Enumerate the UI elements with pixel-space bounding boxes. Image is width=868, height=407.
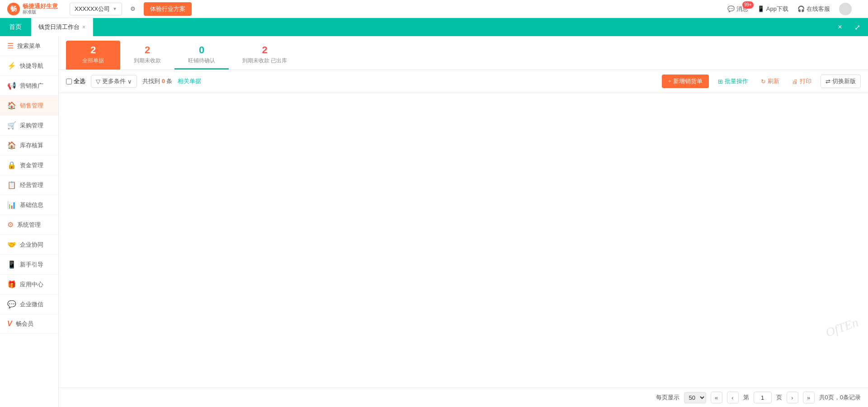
inventory-icon: 🏠 [7, 141, 16, 150]
logo-text: 畅捷通好生意 标准版 [23, 3, 58, 15]
next-page-button[interactable]: › [787, 392, 798, 403]
purchase-icon: 🛒 [7, 121, 16, 130]
sidebar-item-member[interactable]: V 畅会员 [0, 314, 58, 334]
sidebar-label-purchase: 采购管理 [20, 122, 43, 130]
table-area [59, 93, 868, 388]
page-size-select[interactable]: 50 [684, 392, 706, 403]
operations-icon: 📋 [7, 181, 16, 189]
user-avatar[interactable] [839, 3, 852, 15]
page-size-label: 每页显示 [656, 393, 679, 402]
sidebar-item-wechat[interactable]: 💬 企业微信 [0, 295, 58, 314]
print-label: 打印 [800, 77, 811, 85]
app-label: App下载 [766, 5, 788, 13]
stat-label-all: 全部单据 [82, 57, 104, 65]
stat-label-overdue: 到期未收款 [134, 57, 161, 65]
page-number-input[interactable] [754, 392, 772, 403]
sidebar: ☰ 搜索菜单 ⚡ 快捷导航 📢 营销推广 🏠 销售管理 🛒 采购管理 🏠 库存核… [0, 36, 59, 407]
main-layout: ☰ 搜索菜单 ⚡ 快捷导航 📢 营销推广 🏠 销售管理 🛒 采购管理 🏠 库存核… [0, 36, 868, 407]
app-download-button[interactable]: 📱 App下载 [757, 5, 788, 13]
experience-button[interactable]: 体验行业方案 [144, 2, 192, 16]
new-sale-button[interactable]: + 新增销货单 [662, 75, 709, 88]
tab-bar-controls: × ⤢ [834, 21, 868, 33]
company-dropdown-arrow: ▼ [113, 6, 117, 11]
refresh-button[interactable]: ↻ 刷新 [757, 75, 783, 87]
stat-tab-pending[interactable]: 0 旺铺待确认 [175, 41, 229, 70]
switch-new-version-button[interactable]: ⇄ 切换新版 [821, 75, 861, 88]
content-area: 2 全部单据 2 到期未收款 0 旺铺待确认 2 到期未收款 已出库 全选 [59, 36, 868, 407]
online-service-button[interactable]: 🎧 在线客服 [797, 5, 830, 13]
toolbar: 全选 ▽ 更多条件 ∨ 共找到 0 条 相关单据 + 新增销货单 ⊞ 批 [59, 70, 868, 93]
filter-arrow-icon: ∨ [127, 78, 132, 85]
first-page-button[interactable]: « [711, 392, 722, 403]
related-records-link[interactable]: 相关单据 [178, 77, 201, 85]
filter-button[interactable]: ▽ 更多条件 ∨ [91, 75, 137, 88]
tab-close-button[interactable]: × [82, 24, 85, 30]
tab-work-bench[interactable]: 钱货日清工作台 × [31, 18, 93, 36]
switch-label: 切换新版 [832, 77, 856, 85]
company-selector[interactable]: XXXXXX公司 ▼ [70, 3, 122, 15]
company-name: XXXXXX公司 [75, 5, 110, 13]
search-menu-icon: ☰ [7, 42, 14, 50]
sidebar-item-system[interactable]: ⚙ 系统管理 [0, 215, 58, 235]
sidebar-label-enterprise-coop: 企业协同 [20, 241, 43, 249]
sidebar-item-search-menu[interactable]: ☰ 搜索菜单 [0, 36, 58, 56]
sidebar-item-app-center[interactable]: 🎁 应用中心 [0, 275, 58, 295]
stat-num-pending: 0 [199, 44, 204, 56]
sidebar-label-inventory: 库存核算 [20, 141, 43, 150]
sidebar-label-marketing: 营销推广 [20, 82, 43, 90]
sidebar-label-guide: 新手引导 [20, 261, 43, 269]
sidebar-label-quick-nav: 快捷导航 [20, 62, 43, 70]
sidebar-item-operations[interactable]: 📋 经营管理 [0, 175, 58, 195]
footer-pagination: 每页显示 50 « ‹ 第 页 › » 共0页，0条记录 [59, 388, 868, 407]
checkbox-input[interactable] [66, 79, 72, 84]
sidebar-label-wechat: 企业微信 [20, 300, 43, 309]
sidebar-item-quick-nav[interactable]: ⚡ 快捷导航 [0, 56, 58, 76]
settings-button[interactable]: ⚙ [127, 3, 139, 15]
tab-close-all-button[interactable]: × [834, 21, 846, 33]
stats-tabs: 2 全部单据 2 到期未收款 0 旺铺待确认 2 到期未收款 已出库 [59, 36, 868, 70]
tab-expand-button[interactable]: ⤢ [851, 21, 863, 33]
tab-home[interactable]: 首页 [0, 18, 31, 36]
sidebar-item-enterprise-coop[interactable]: 🤝 企业协同 [0, 235, 58, 255]
top-header: 畅 畅捷通好生意 标准版 XXXXXX公司 ▼ ⚙ 体验行业方案 💬 消息 99… [0, 0, 868, 18]
batch-operation-button[interactable]: ⊞ 批量操作 [714, 75, 752, 87]
app-center-icon: 🎁 [7, 280, 16, 289]
count-text: 共找到 0 条 [142, 77, 172, 85]
stat-tab-all[interactable]: 2 全部单据 [66, 41, 120, 70]
stat-label-out: 到期未收款 已出库 [242, 57, 287, 65]
wechat-icon: 💬 [7, 300, 16, 309]
marketing-icon: 📢 [7, 81, 16, 90]
sidebar-item-guide[interactable]: 📱 新手引导 [0, 255, 58, 275]
switch-icon: ⇄ [826, 78, 830, 85]
sidebar-item-inventory[interactable]: 🏠 库存核算 [0, 136, 58, 155]
stat-tab-out[interactable]: 2 到期未收款 已出库 [229, 41, 301, 70]
count-number: 0 [162, 78, 165, 84]
select-all-label: 全选 [74, 77, 85, 85]
stat-num-overdue: 2 [145, 44, 150, 56]
select-all-checkbox[interactable]: 全选 [66, 77, 85, 85]
stat-label-pending: 旺铺待确认 [188, 57, 215, 65]
sidebar-label-system: 系统管理 [17, 221, 41, 229]
prev-page-button[interactable]: ‹ [727, 392, 739, 403]
tab-label: 钱货日清工作台 [38, 23, 80, 31]
stat-tab-overdue[interactable]: 2 到期未收款 [120, 41, 175, 70]
app-icon: 📱 [757, 5, 764, 12]
logo-main-text: 畅捷通好生意 [23, 3, 58, 10]
sidebar-label-sales: 销售管理 [20, 102, 43, 110]
sales-icon: 🏠 [7, 101, 16, 110]
page-text2: 页 [776, 393, 782, 402]
sidebar-label-base-info: 基础信息 [20, 201, 43, 209]
sidebar-item-base-info[interactable]: 📊 基础信息 [0, 195, 58, 215]
member-icon: V [7, 320, 12, 328]
last-page-button[interactable]: » [803, 392, 815, 403]
total-records-text: 共0页，0条记录 [819, 393, 861, 402]
sidebar-item-purchase[interactable]: 🛒 采购管理 [0, 116, 58, 136]
sidebar-item-finance[interactable]: 🔒 资金管理 [0, 155, 58, 175]
sidebar-item-sales[interactable]: 🏠 销售管理 [0, 96, 58, 116]
message-button[interactable]: 💬 消息 99+ [727, 5, 748, 13]
print-button[interactable]: 🖨 打印 [788, 75, 815, 87]
sidebar-label-finance: 资金管理 [20, 161, 43, 169]
refresh-label: 刷新 [768, 77, 779, 85]
sidebar-label-member: 畅会员 [16, 320, 33, 328]
sidebar-item-marketing[interactable]: 📢 营销推广 [0, 76, 58, 96]
